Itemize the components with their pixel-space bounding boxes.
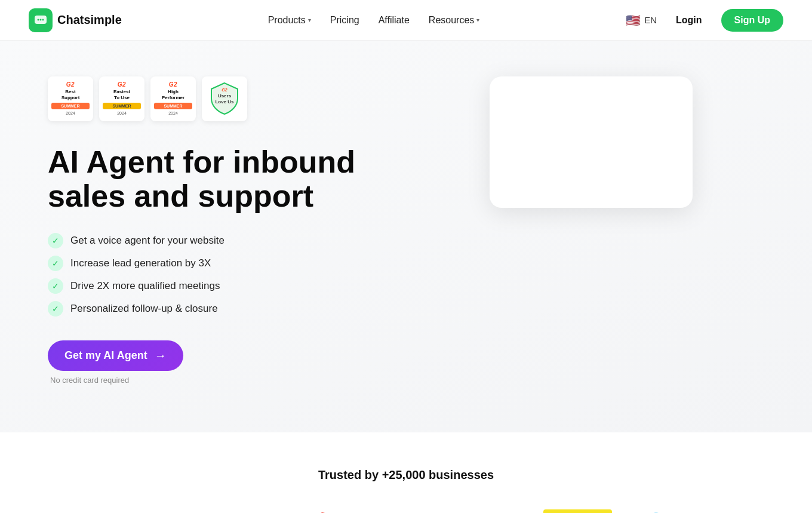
checkmark-icon: ✓ — [48, 278, 63, 294]
trusted-section: Trusted by +25,000 businesses Kooneo VSP… — [0, 432, 812, 513]
navbar: Chatsimple Products ▾ Pricing Affiliate … — [0, 0, 812, 41]
arrow-icon: → — [155, 349, 167, 363]
logo-icon — [29, 8, 53, 32]
hero-section: G2 BestSupport SUMMER 2024 G2 EasiestTo … — [0, 41, 812, 432]
language-selector[interactable]: 🇺🇸 EN — [626, 13, 657, 27]
flag-icon: 🇺🇸 — [626, 13, 641, 27]
chat-widget-preview — [490, 76, 693, 208]
logo-holland-elite: 🛡️ Holland Elite — [419, 506, 508, 513]
svg-text:G2: G2 — [222, 88, 227, 92]
get-ai-agent-button[interactable]: Get my AI Agent → — [48, 340, 183, 371]
affiliate-nav-item[interactable]: Affiliate — [379, 15, 410, 26]
resources-nav-item[interactable]: Resources ▾ — [429, 15, 479, 26]
feature-item: ✓ Drive 2X more qualified meetings — [48, 278, 382, 294]
feature-item: ✓ Personalized follow-up & closure — [48, 301, 382, 317]
badge-users-love-us: Users Love Us G2 — [202, 76, 247, 121]
hero-right — [418, 76, 764, 208]
logo-link[interactable]: Chatsimple — [29, 8, 122, 32]
hero-headline: AI Agent for inbound sales and support — [48, 145, 382, 213]
svg-text:Users: Users — [218, 93, 232, 99]
logo-coa: 🌐 Coa — [648, 506, 686, 513]
trusted-logos: Kooneo VSPOT 🔥 canndelta 🛡️ Holland Elit… — [29, 506, 783, 513]
svg-point-1 — [38, 19, 39, 20]
resources-chevron-icon: ▾ — [476, 17, 479, 23]
cta-wrap: Get my AI Agent → No credit card require… — [48, 340, 382, 385]
trusted-heading: Trusted by +25,000 businesses — [29, 468, 783, 482]
badge-best-support: G2 BestSupport SUMMER 2024 — [48, 76, 93, 121]
svg-point-2 — [40, 19, 42, 20]
signup-button[interactable]: Sign Up — [721, 9, 783, 32]
logo-vspot: VSPOT — [220, 506, 278, 513]
cta-note: No credit card required — [48, 376, 382, 385]
products-nav-item[interactable]: Products ▾ — [268, 15, 311, 26]
feature-item: ✓ Get a voice agent for your website — [48, 233, 382, 248]
svg-text:Love Us: Love Us — [215, 99, 234, 105]
svg-point-3 — [42, 19, 44, 20]
products-chevron-icon: ▾ — [308, 17, 311, 23]
nav-right: 🇺🇸 EN Login Sign Up — [626, 9, 783, 32]
login-button[interactable]: Login — [666, 10, 712, 30]
logo-canndelta: 🔥 canndelta — [314, 506, 383, 513]
brand-name: Chatsimple — [57, 13, 122, 27]
checkmark-icon: ✓ — [48, 301, 63, 317]
hero-left: G2 BestSupport SUMMER 2024 G2 EasiestTo … — [48, 76, 382, 385]
g2-badges: G2 BestSupport SUMMER 2024 G2 EasiestTo … — [48, 76, 382, 121]
logo-kooneo: Kooneo — [126, 506, 184, 513]
badge-high-performer: G2 HighPerformer SUMMER 2024 — [150, 76, 196, 121]
feature-list: ✓ Get a voice agent for your website ✓ I… — [48, 233, 382, 317]
feature-item: ✓ Increase lead generation by 3X — [48, 256, 382, 271]
nav-links: Products ▾ Pricing Affiliate Resources ▾ — [268, 15, 480, 26]
logo-bigbuy: BIG BUY — [543, 506, 612, 513]
checkmark-icon: ✓ — [48, 233, 63, 248]
pricing-nav-item[interactable]: Pricing — [330, 15, 359, 26]
checkmark-icon: ✓ — [48, 256, 63, 271]
badge-easiest-to-use: G2 EasiestTo Use SUMMER 2024 — [99, 76, 144, 121]
